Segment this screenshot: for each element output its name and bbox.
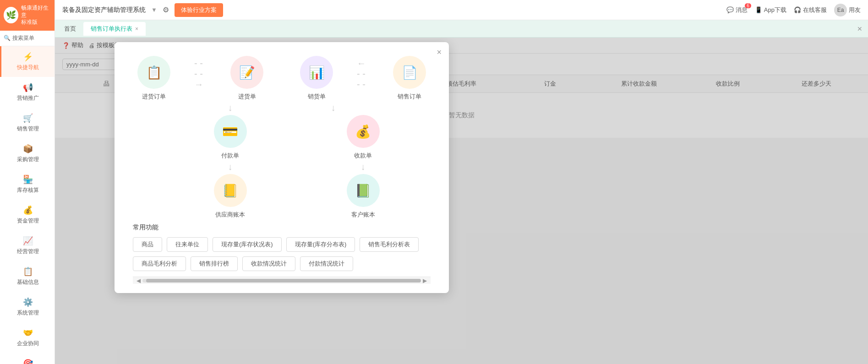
arrow-down-payment: ↓ bbox=[228, 103, 233, 113]
purchase-icon: 📦 bbox=[23, 144, 33, 154]
supplier-ledger-node: 📒 供应商账本 bbox=[214, 174, 247, 219]
purchase-slip-node: 📝 进货单 bbox=[230, 56, 263, 101]
common-functions-title: 常用功能 bbox=[133, 223, 431, 232]
sidebar-item-inventory[interactable]: 🏪库存核算 bbox=[0, 169, 55, 200]
receipt-icon: 💰 bbox=[355, 124, 371, 139]
sales-slip-node: 📊 销货单 bbox=[300, 56, 333, 101]
function-button[interactable]: 往来单位 bbox=[167, 237, 208, 252]
function-button[interactable]: 商品 bbox=[133, 237, 162, 252]
service-icon: 🎧 bbox=[794, 6, 801, 13]
message-item[interactable]: 💬 消息 6 bbox=[726, 6, 748, 14]
function-button[interactable]: 商品毛利分析 bbox=[133, 256, 186, 271]
arrow-down-customer: ↓ bbox=[361, 162, 366, 172]
basic-info-icon: 📋 bbox=[23, 266, 33, 277]
dropdown-arrow[interactable]: ▼ bbox=[151, 6, 157, 13]
logo: 🌿 畅康通好生意 标准版 bbox=[0, 0, 55, 31]
sidebar-item-label: 采购管理 bbox=[17, 156, 39, 163]
purchase-slip-label: 进货单 bbox=[238, 92, 256, 101]
sidebar-item-label: 营销推广 bbox=[17, 94, 39, 102]
sales-order-circle[interactable]: 📄 bbox=[393, 56, 426, 89]
payment-circle[interactable]: 💳 bbox=[214, 115, 247, 148]
experience-button[interactable]: 体验行业方案 bbox=[175, 3, 223, 17]
sales-branch: 📊 销货单 ← - - - - 📄 bbox=[295, 56, 431, 219]
inventory-icon: 🏪 bbox=[23, 174, 33, 185]
supplier-ledger-icon: 📒 bbox=[222, 183, 238, 198]
scroll-right-arrow[interactable]: ▶ bbox=[421, 277, 429, 284]
payment-label: 付款单 bbox=[221, 152, 239, 160]
tab-home[interactable]: 首页 bbox=[57, 22, 83, 36]
function-button[interactable]: 现存量(库存状况表) bbox=[213, 237, 282, 252]
sidebar-item-label: 系统管理 bbox=[17, 309, 39, 317]
sales-slip-label: 销货单 bbox=[308, 92, 326, 101]
message-badge: 6 bbox=[745, 3, 751, 8]
finance-icon: 💰 bbox=[23, 205, 33, 215]
sidebar-item-label: 资金管理 bbox=[17, 217, 39, 225]
purchase-slip-circle[interactable]: 📝 bbox=[230, 56, 263, 89]
function-button[interactable]: 现存量(库存分布表) bbox=[286, 237, 355, 252]
arrow-down-supplier: ↓ bbox=[228, 162, 233, 172]
logo-icon: 🌿 bbox=[4, 7, 18, 23]
purchase-order-circle[interactable]: 📋 bbox=[137, 56, 170, 89]
sidebar: 🌿 畅康通好生意 标准版 🔍 搜索菜单 ⚡快捷导航📢营销推广🛒销售管理📦采购管理… bbox=[0, 0, 55, 364]
online-service-item[interactable]: 🎧 在线客服 bbox=[794, 6, 827, 14]
window-close-icon[interactable]: ✕ bbox=[857, 25, 863, 33]
marketing-icon: 📢 bbox=[23, 82, 33, 92]
sidebar-item-sales[interactable]: 🛒销售管理 bbox=[0, 108, 55, 138]
customer-ledger-icon: 📗 bbox=[355, 183, 371, 198]
supplier-ledger-circle[interactable]: 📒 bbox=[214, 174, 247, 207]
scroll-thumb[interactable] bbox=[146, 279, 421, 283]
quick-nav-popup: × 📋 进货订单 bbox=[115, 42, 449, 293]
sidebar-item-label: 企业协同 bbox=[17, 340, 39, 348]
common-functions: 常用功能 商品往来单位现存量(库存状况表)现存量(库存分布表)销售毛利分析表商品… bbox=[133, 223, 431, 271]
sales-slip-icon: 📊 bbox=[309, 65, 325, 80]
phone-icon: 📱 bbox=[755, 6, 762, 13]
purchase-order-icon: 📋 bbox=[146, 65, 162, 80]
tab-sales-order-exec[interactable]: 销售订单执行表 × bbox=[83, 22, 146, 36]
settings-icon[interactable]: ⚙ bbox=[163, 5, 169, 14]
purchase-order-node: 📋 进货订单 bbox=[137, 56, 170, 101]
customer-ledger-label: 客户账本 bbox=[351, 211, 375, 219]
function-buttons: 商品往来单位现存量(库存状况表)现存量(库存分布表)销售毛利分析表商品毛利分析销… bbox=[133, 237, 431, 271]
popup-close-btn[interactable]: × bbox=[437, 48, 442, 57]
sidebar-item-enterprise[interactable]: 🤝企业协同 bbox=[0, 322, 55, 353]
system-icon: ⚙️ bbox=[23, 297, 33, 307]
scroll-bar[interactable]: ◀ ▶ bbox=[133, 277, 431, 284]
purchase-slip-icon: 📝 bbox=[239, 65, 255, 80]
sidebar-item-operations[interactable]: 📈经营管理 bbox=[0, 230, 55, 261]
tabs-bar: 首页 销售订单执行表 × ✕ bbox=[55, 20, 868, 38]
scroll-track[interactable] bbox=[142, 279, 421, 283]
search-icon: 🔍 bbox=[4, 35, 11, 41]
purchase-top-row: 📋 进货订单 - - - - → 📝 bbox=[133, 56, 268, 101]
purchase-branch: 📋 进货订单 - - - - → 📝 bbox=[133, 56, 268, 219]
search-menu-item[interactable]: 🔍 搜索菜单 bbox=[0, 31, 55, 46]
sidebar-item-label: 库存核算 bbox=[17, 186, 39, 194]
customer-ledger-node: 📗 客户账本 bbox=[347, 174, 380, 219]
function-button[interactable]: 收款情况统计 bbox=[242, 256, 295, 271]
app-download-item[interactable]: 📱 App下载 bbox=[755, 6, 786, 14]
sidebar-item-quick-nav[interactable]: ⚡快捷导航 bbox=[0, 46, 55, 77]
purchase-order-label: 进货订单 bbox=[142, 92, 166, 101]
sidebar-item-system[interactable]: ⚙️系统管理 bbox=[0, 292, 55, 322]
sidebar-item-beginner[interactable]: 🎯新手引导 bbox=[0, 353, 55, 364]
sidebar-item-basic-info[interactable]: 📋基础信息 bbox=[0, 261, 55, 292]
customer-ledger-circle[interactable]: 📗 bbox=[347, 174, 380, 207]
function-button[interactable]: 付款情况统计 bbox=[300, 256, 353, 271]
sidebar-item-marketing[interactable]: 📢营销推广 bbox=[0, 77, 55, 108]
user-item[interactable]: Ea 用友 bbox=[834, 4, 861, 16]
content-area: ❓ 帮助 🖨 按模板打印 ▼ ⬆ 导出 ▼ ↻ 刷新 bbox=[55, 38, 868, 364]
sales-slip-circle[interactable]: 📊 bbox=[300, 56, 333, 89]
popup-overlay: × 📋 进货订单 bbox=[55, 38, 868, 364]
receipt-circle[interactable]: 💰 bbox=[347, 115, 380, 148]
flow-diagram: 📋 进货订单 - - - - → 📝 bbox=[133, 56, 431, 219]
sidebar-item-label: 经营管理 bbox=[17, 248, 39, 255]
tab-close-icon[interactable]: × bbox=[135, 26, 138, 32]
top-bar-right: 💬 消息 6 📱 App下载 🎧 在线客服 Ea 用友 bbox=[726, 4, 861, 16]
avatar: Ea bbox=[834, 4, 847, 16]
function-button[interactable]: 销售排行榜 bbox=[191, 256, 238, 271]
sales-order-label: 销售订单 bbox=[398, 92, 421, 101]
scroll-left-arrow[interactable]: ◀ bbox=[135, 277, 142, 284]
sidebar-item-label: 基础信息 bbox=[17, 278, 39, 286]
sidebar-item-finance[interactable]: 💰资金管理 bbox=[0, 200, 55, 230]
sidebar-item-purchase[interactable]: 📦采购管理 bbox=[0, 138, 55, 169]
function-button[interactable]: 销售毛利分析表 bbox=[360, 237, 419, 252]
